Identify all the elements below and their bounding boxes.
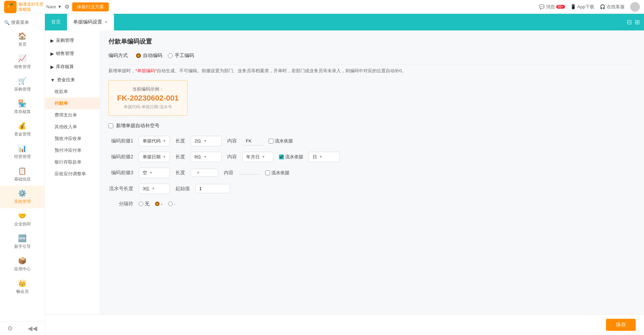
sidebar-item-member[interactable]: 👑 畅会员: [0, 276, 45, 298]
basic-icon: 📋: [18, 167, 27, 175]
serial1-checkbox[interactable]: 流水依据: [269, 138, 293, 144]
page-title: 付款单编码设置: [108, 37, 636, 46]
sidebar-item-inventory[interactable]: 🏪 库存核算: [0, 96, 45, 118]
sidebar-item-guide[interactable]: 🆕 新手引导: [0, 231, 45, 253]
prefix-row-2: 编码前缀2 单据日期 ▼ 长度 8位 ▼ 内容 年月日 ▼: [108, 152, 636, 162]
inventory-icon: 🏪: [18, 99, 27, 108]
message-icon: 💬: [539, 4, 545, 9]
prefix-row-1: 编码前缀1 单据代码 ▼ 长度 2位 ▼ 内容 FK 流水依据: [108, 136, 636, 146]
serial-length-select[interactable]: 3位 ▼: [139, 184, 170, 194]
left-nav-bottom: ⚙ ◀◀: [0, 322, 45, 335]
divider: [108, 64, 636, 65]
apps-icon: 📦: [18, 257, 27, 265]
home-icon: 🏠: [18, 32, 27, 40]
app-icon: 📱: [570, 4, 576, 9]
settings-icon[interactable]: ⚙: [65, 3, 69, 10]
logo: 🍊 畅通道好生意 旗舰版: [4, 1, 44, 13]
serial3-checkbox[interactable]: 流水依据: [265, 170, 289, 176]
inner-layout: ▶ 采购管理 ▶ 销售管理 ▶ 库存核算: [45, 30, 644, 314]
separator-label: 分隔符: [108, 201, 133, 207]
sidebar-item-sales[interactable]: 📈 销售管理: [0, 51, 45, 73]
message-badge: 99+: [556, 5, 565, 9]
encoding-radio-group: 自动编码 手工编码: [136, 53, 194, 59]
sidebar-group-header-sales[interactable]: ▶ 销售管理: [45, 48, 100, 59]
prefix3-select[interactable]: 空 ▼: [139, 168, 170, 178]
example-box: 当前编码示例： FK-20230602-001 单据代码-单据日期-流水号: [108, 80, 188, 116]
sidebar-item-apps[interactable]: 📦 应用中心: [0, 253, 45, 276]
serial2-checkbox[interactable]: 流水依据: [279, 154, 303, 160]
sidebar-group-inventory: ▶ 库存核算: [45, 61, 100, 73]
chevron-right-icon: ▶: [50, 64, 54, 69]
serial2-unit-select[interactable]: 日 ▼: [309, 152, 340, 162]
example-desc: 单据代码-单据日期-流水号: [117, 104, 179, 110]
collapse-icon[interactable]: ◀◀: [28, 325, 37, 332]
operation-icon: 📊: [18, 144, 27, 152]
tab-home[interactable]: 首页: [45, 14, 67, 30]
sidebar-item-enterprise[interactable]: 🤝 企业协同: [0, 208, 45, 231]
chevron-down-icon: ▼: [262, 155, 265, 159]
chevron-down-icon: ▼: [152, 187, 155, 190]
sidebar-item-purchase[interactable]: 🛒 采购管理: [0, 73, 45, 96]
main-content: 付款单编码设置 编码方式 自动编码 手工编码: [100, 30, 644, 314]
serial-length-label: 流水号长度: [108, 186, 133, 192]
tab-bar-right: ⊟ ⊞: [627, 18, 644, 26]
messages-button[interactable]: 💬 消息 99+: [539, 4, 565, 10]
chevron-right-icon: ▶: [50, 38, 54, 43]
sidebar-leaf-advance-receipt[interactable]: 预收冲应收单: [45, 133, 100, 145]
separator-dot[interactable]: -: [155, 201, 163, 207]
left-nav: 🔍 搜索菜单 🏠 首页 📈 销售管理 🛒 采购管理 🏪 库存核算 💰 资金管理 …: [0, 14, 45, 335]
sidebar-leaf-bank[interactable]: 银行存取款单: [45, 156, 100, 168]
manual-encode-radio[interactable]: 手工编码: [168, 53, 194, 59]
auto-encode-radio[interactable]: 自动编码: [136, 53, 162, 59]
separator-dot2[interactable]: ·: [168, 201, 175, 207]
length2-select[interactable]: 8位 ▼: [191, 152, 222, 162]
content2-select[interactable]: 年月日 ▼: [242, 152, 273, 162]
start-value-input[interactable]: [195, 184, 230, 193]
separator-none[interactable]: 无: [139, 201, 150, 207]
sidebar-item-home[interactable]: 🏠 首页: [0, 28, 45, 51]
tab-close-icon[interactable]: ✕: [104, 20, 108, 25]
minimize-icon[interactable]: ⊟: [627, 18, 632, 26]
sidebar-group-header-finance[interactable]: ▼ 资金往来: [45, 74, 100, 86]
start-value-label: 起始值: [175, 186, 190, 192]
settings-bottom-icon[interactable]: ⚙: [7, 325, 13, 332]
prefix1-select[interactable]: 单据代码 ▼: [139, 136, 170, 146]
sidebar-leaf-receipt[interactable]: 收款单: [45, 86, 100, 97]
bottom-bar: 保存: [45, 314, 644, 335]
content3-value: [239, 171, 260, 175]
sidebar-leaf-expense[interactable]: 费用支出单: [45, 109, 100, 121]
search-menu[interactable]: 🔍 搜索菜单: [0, 17, 45, 28]
sidebar-item-finance[interactable]: 💰 资金管理: [0, 118, 45, 141]
sidebar-group-purchase: ▶ 采购管理: [45, 35, 100, 46]
maximize-icon[interactable]: ⊞: [635, 18, 640, 26]
top-bar-right: 💬 消息 99+ 📱 App下载 🎧 在线客服: [539, 2, 640, 12]
sidebar-item-basic[interactable]: 📋 基础信息: [0, 163, 45, 186]
encoding-method-row: 编码方式 自动编码 手工编码: [108, 53, 636, 59]
app-download-button[interactable]: 📱 App下载: [570, 4, 594, 10]
sidebar-item-system[interactable]: ⚙️ 系统管理: [0, 186, 45, 208]
sidebar-item-operation[interactable]: 📊 经营管理: [0, 141, 45, 163]
prefix-row-3: 编码前缀3 空 ▼ 长度 ▼ 内容 流水依据: [108, 168, 636, 178]
sidebar-leaf-adjustment[interactable]: 应收应付调整单: [45, 168, 100, 180]
company-dropdown[interactable]: Nare ▼: [46, 4, 62, 9]
trial-button[interactable]: 体验行业方案: [72, 2, 109, 11]
length3-select[interactable]: ▼: [191, 169, 218, 177]
sidebar-group-finance: ▼ 资金往来 收款单 付款单 费用支出单 其他收入单 预收冲应收单 预付冲应付单…: [45, 74, 100, 180]
online-service-button[interactable]: 🎧 在线客服: [600, 4, 625, 10]
sidebar-leaf-payment[interactable]: 付款单: [45, 97, 100, 109]
sidebar-leaf-advance-payment[interactable]: 预付冲应付单: [45, 145, 100, 156]
top-bar-left: 🍊 畅通道好生意 旗舰版 Nare ▼ ⚙ 体验行业方案: [4, 1, 109, 13]
prefix2-select[interactable]: 单据日期 ▼: [139, 152, 170, 162]
sidebar-leaf-other-income[interactable]: 其他收入单: [45, 121, 100, 133]
save-button[interactable]: 保存: [606, 319, 636, 331]
auto-fill-checkbox[interactable]: [108, 123, 113, 128]
tab-encoding-settings[interactable]: 单据编码设置 ✕: [67, 14, 114, 30]
sidebar-group-header-inventory[interactable]: ▶ 库存核算: [45, 61, 100, 73]
length1-select[interactable]: 2位 ▼: [191, 136, 222, 146]
chevron-down-icon: ▼: [149, 171, 153, 175]
finance-icon: 💰: [18, 122, 27, 130]
content1-value: FK: [242, 137, 263, 146]
avatar[interactable]: [630, 2, 640, 12]
sidebar-group-header-purchase[interactable]: ▶ 采购管理: [45, 35, 100, 46]
logo-text: 畅通道好生意 旗舰版: [19, 2, 44, 12]
